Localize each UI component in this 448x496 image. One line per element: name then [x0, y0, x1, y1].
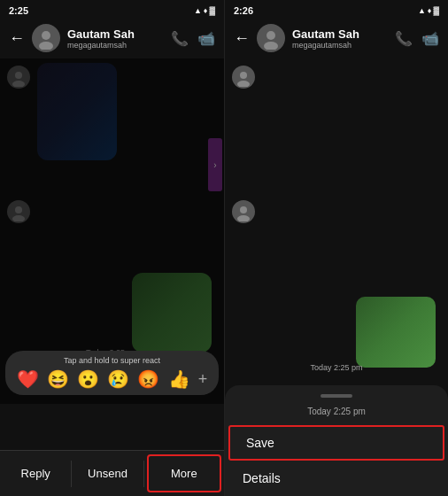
right-chat-timestamp: Today 2:25 pm	[310, 363, 362, 372]
more-label: More	[171, 467, 197, 480]
emoji-wow[interactable]: 😮	[77, 368, 99, 390]
sheet-save-label: Save	[246, 436, 274, 450]
wifi-icon: ♦	[204, 6, 208, 15]
emoji-angry[interactable]: 😡	[137, 368, 159, 390]
emoji-thumbsup[interactable]: 👍	[168, 368, 190, 390]
right-battery-icon: ▓	[433, 6, 439, 15]
left-panel: 2:25 ▲ ♦ ▓ ← Gautam Sah megagautamsah 📞 …	[0, 0, 224, 496]
right-call-icon[interactable]: 📞	[395, 30, 413, 47]
right-contact-name: Gautam Sah	[292, 27, 388, 41]
left-video-icon[interactable]: 📹	[197, 30, 215, 47]
action-divider-2	[143, 461, 144, 487]
svg-point-7	[264, 42, 278, 50]
right-video-icon[interactable]: 📹	[421, 30, 439, 47]
svg-point-8	[240, 72, 247, 79]
left-action-bar: Reply Unsend More	[0, 450, 224, 496]
signal-icon: ▲	[194, 6, 202, 15]
emoji-plus[interactable]: +	[198, 370, 208, 389]
left-status-bar: 2:25 ▲ ♦ ▓	[0, 0, 224, 19]
sheet-timestamp: Today 2:25 pm	[225, 407, 448, 416]
right-status-icons: ▲ ♦ ▓	[418, 6, 439, 15]
sheet-details-label: Details	[243, 471, 281, 485]
sheet-details-item[interactable]: Details	[225, 461, 448, 496]
right-msg-avatar-mid	[232, 200, 255, 223]
svg-point-0	[42, 31, 50, 40]
right-back-button[interactable]: ←	[234, 30, 250, 46]
left-header-icons: 📞 📹	[171, 30, 215, 47]
svg-point-11	[237, 215, 250, 221]
unsend-button[interactable]: Unsend	[72, 451, 143, 496]
right-panel: 2:26 ▲ ♦ ▓ ← Gautam Sah megagautamsah 📞 …	[224, 0, 448, 496]
left-contact-avatar	[32, 24, 60, 52]
left-time: 2:25	[9, 5, 28, 16]
right-contact-sub: megagautamsah	[292, 41, 388, 50]
left-contact-name: Gautam Sah	[67, 27, 164, 41]
reaction-popup: Tap and hold to super react ❤️ 😆 😮 😢 😡 👍…	[5, 351, 219, 395]
left-call-icon[interactable]: 📞	[171, 30, 189, 47]
left-back-button[interactable]: ←	[9, 30, 25, 46]
right-msg-avatar-top	[232, 66, 255, 89]
reaction-hint: Tap and hold to super react	[12, 356, 212, 365]
left-contact-info[interactable]: Gautam Sah megagautamsah	[67, 27, 164, 50]
emoji-heart[interactable]: ❤️	[17, 368, 39, 390]
more-button[interactable]: More	[147, 454, 221, 492]
right-chat-area: Today 2:25 pm Today 2:25 pm Save Details	[225, 58, 448, 496]
battery-icon: ▓	[209, 6, 215, 15]
right-header-icons: 📞 📹	[395, 30, 439, 47]
unsend-label: Unsend	[88, 467, 127, 480]
left-contact-sub: megagautamsah	[67, 41, 164, 50]
svg-point-10	[240, 206, 247, 213]
svg-point-6	[266, 31, 275, 40]
sheet-handle	[321, 394, 352, 398]
right-signal-icon: ▲	[418, 6, 426, 15]
svg-point-9	[237, 81, 250, 87]
emoji-row[interactable]: ❤️ 😆 😮 😢 😡 👍 +	[12, 368, 212, 390]
right-bottom-sheet: Today 2:25 pm Save Details	[225, 385, 448, 496]
right-contact-avatar	[257, 24, 285, 52]
left-chat-area: › Today 2:25 pm Tap and hold to super re…	[0, 58, 224, 450]
right-wifi-icon: ♦	[428, 6, 432, 15]
emoji-sad[interactable]: 😢	[107, 368, 129, 390]
sheet-save-item[interactable]: Save	[228, 425, 444, 461]
right-time: 2:26	[234, 5, 253, 16]
reply-button[interactable]: Reply	[0, 451, 71, 496]
right-chat-header: ← Gautam Sah megagautamsah 📞 📹	[225, 19, 448, 58]
left-chat-header: ← Gautam Sah megagautamsah 📞 📹	[0, 19, 224, 58]
right-contact-info[interactable]: Gautam Sah megagautamsah	[292, 27, 388, 50]
emoji-laugh[interactable]: 😆	[47, 368, 69, 390]
svg-point-1	[39, 42, 53, 50]
left-status-icons: ▲ ♦ ▓	[194, 6, 215, 15]
reply-label: Reply	[21, 467, 50, 480]
right-photo-bubble	[356, 297, 436, 368]
right-status-bar: 2:26 ▲ ♦ ▓	[225, 0, 448, 19]
